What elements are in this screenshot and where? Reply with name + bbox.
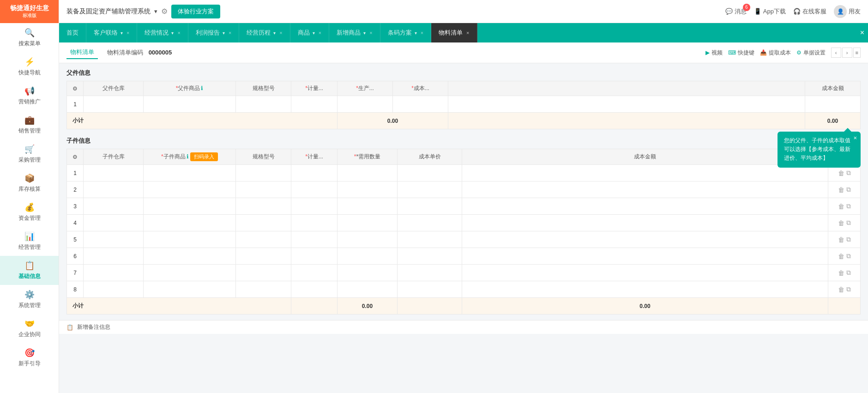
copy-icon[interactable]: ⧉: [846, 269, 851, 277]
child-unit-cell[interactable]: [291, 231, 338, 248]
child-spec-cell[interactable]: [236, 281, 291, 298]
child-qty-cell[interactable]: [338, 165, 398, 181]
child-spec-cell[interactable]: [236, 215, 291, 231]
sub-tab-bom-code[interactable]: 物料清单编码 0000005: [103, 47, 175, 59]
child-qty-cell[interactable]: [338, 248, 398, 265]
delete-icon[interactable]: 🗑: [838, 169, 844, 177]
child-spec-cell[interactable]: [236, 265, 291, 281]
child-qty-cell[interactable]: [338, 231, 398, 248]
sidebar-item-basic-info[interactable]: 📋 基础信息: [0, 256, 59, 285]
child-unit-price-cell[interactable]: [398, 281, 462, 298]
doc-settings-btn[interactable]: ⚙ 单据设置: [796, 49, 826, 57]
parent-production-cell[interactable]: [338, 96, 393, 113]
child-warehouse-cell[interactable]: [84, 215, 144, 231]
close-tab-icon[interactable]: ×: [319, 30, 321, 36]
video-btn[interactable]: ▶ 视频: [705, 49, 723, 57]
child-cost-amount-cell[interactable]: [462, 265, 828, 281]
copy-icon[interactable]: ⧉: [846, 219, 851, 227]
child-unit-cell[interactable]: [291, 215, 338, 231]
child-warehouse-cell[interactable]: [84, 181, 144, 198]
child-cost-amount-cell[interactable]: [462, 181, 828, 198]
child-warehouse-cell[interactable]: [84, 165, 144, 181]
child-spec-cell[interactable]: [236, 248, 291, 265]
close-tab-icon[interactable]: ×: [229, 30, 231, 36]
child-qty-cell[interactable]: [338, 198, 398, 215]
child-goods-cell[interactable]: [144, 265, 236, 281]
parent-warehouse-cell[interactable]: [84, 96, 144, 113]
parent-spec-cell[interactable]: [236, 96, 291, 113]
delete-icon[interactable]: 🗑: [838, 219, 844, 227]
child-unit-cell[interactable]: [291, 281, 338, 298]
child-goods-cell[interactable]: [144, 281, 236, 298]
child-spec-cell[interactable]: [236, 165, 291, 181]
child-col-settings[interactable]: ⚙: [67, 149, 84, 165]
child-unit-cell[interactable]: [291, 165, 338, 181]
child-spec-cell[interactable]: [236, 198, 291, 215]
child-goods-cell[interactable]: [144, 198, 236, 215]
tab-history[interactable]: 经营历程 ▾ ×: [239, 23, 290, 42]
dropdown-arrow-icon[interactable]: ▾: [154, 8, 157, 15]
copy-icon[interactable]: ⧉: [846, 236, 851, 243]
copy-icon[interactable]: ⧉: [846, 202, 851, 210]
child-unit-price-cell[interactable]: [398, 215, 462, 231]
nav-prev-btn[interactable]: ‹: [831, 48, 841, 58]
sidebar-item-inventory[interactable]: 📦 库存核算: [0, 169, 59, 198]
shortcut-btn[interactable]: ⌨ 快捷键: [728, 49, 754, 57]
nav-list-btn[interactable]: ≡: [853, 48, 861, 58]
child-goods-cell[interactable]: [144, 248, 236, 265]
sidebar-item-business[interactable]: 📊 经营管理: [0, 227, 59, 256]
sidebar-item-capital[interactable]: 💰 资金管理: [0, 198, 59, 227]
close-tab-icon[interactable]: ×: [421, 30, 423, 36]
child-unit-cell[interactable]: [291, 248, 338, 265]
user-avatar[interactable]: 👤 用友: [834, 5, 861, 18]
tooltip-close-btn[interactable]: ×: [853, 133, 857, 143]
child-unit-price-cell[interactable]: [398, 181, 462, 198]
delete-icon[interactable]: 🗑: [838, 253, 844, 260]
child-unit-price-cell[interactable]: [398, 248, 462, 265]
child-cost-amount-cell[interactable]: [462, 165, 828, 181]
child-unit-price-cell[interactable]: [398, 265, 462, 281]
child-qty-cell[interactable]: [338, 181, 398, 198]
sidebar-item-search[interactable]: 🔍 搜索菜单: [0, 23, 59, 52]
tab-barcode[interactable]: 条码方案 ▾ ×: [380, 23, 431, 42]
delete-icon[interactable]: 🗑: [838, 286, 844, 293]
sidebar-item-marketing[interactable]: 📢 营销推广: [0, 81, 59, 110]
settings-icon[interactable]: ⚙: [161, 7, 168, 16]
extract-cost-btn[interactable]: 📥 提取成本: [760, 49, 791, 57]
delete-icon[interactable]: 🗑: [838, 203, 844, 210]
delete-icon[interactable]: 🗑: [838, 269, 844, 277]
child-cost-amount-cell[interactable]: [462, 281, 828, 298]
child-qty-cell[interactable]: [338, 265, 398, 281]
child-unit-cell[interactable]: [291, 198, 338, 215]
child-cost-amount-cell[interactable]: [462, 231, 828, 248]
child-warehouse-cell[interactable]: [84, 248, 144, 265]
tab-home[interactable]: 首页: [59, 23, 86, 42]
app-download-btn[interactable]: 📱 App下载: [754, 7, 786, 16]
child-warehouse-cell[interactable]: [84, 265, 144, 281]
child-unit-cell[interactable]: [291, 265, 338, 281]
sidebar-item-purchase[interactable]: 🛒 采购管理: [0, 139, 59, 169]
parent-unit-cell[interactable]: [291, 96, 338, 113]
experience-btn[interactable]: 体验行业方案: [171, 5, 220, 18]
sub-tab-bom-list[interactable]: 物料清单: [66, 46, 98, 59]
tab-operation[interactable]: 经营情况 ▾ ×: [137, 23, 188, 42]
scan-input-btn[interactable]: 扫码录入: [190, 152, 218, 161]
child-cost-amount-cell[interactable]: [462, 198, 828, 215]
child-qty-cell[interactable]: [338, 281, 398, 298]
child-cost-amount-cell[interactable]: [462, 248, 828, 265]
parent-cost-amount-cell[interactable]: [805, 96, 861, 113]
child-goods-cell[interactable]: [144, 215, 236, 231]
sidebar-item-system[interactable]: ⚙️ 系统管理: [0, 285, 59, 314]
child-unit-price-cell[interactable]: [398, 231, 462, 248]
copy-icon[interactable]: ⧉: [846, 186, 851, 193]
nav-next-btn[interactable]: ›: [842, 48, 852, 58]
close-tab-icon[interactable]: ×: [279, 30, 282, 36]
parent-cost-cell[interactable]: [393, 96, 448, 113]
delete-icon[interactable]: 🗑: [838, 236, 844, 243]
sidebar-item-enterprise[interactable]: 🤝 企业协同: [0, 314, 59, 343]
child-cost-amount-cell[interactable]: [462, 215, 828, 231]
copy-icon[interactable]: ⧉: [846, 169, 851, 177]
child-goods-cell[interactable]: [144, 165, 236, 181]
child-spec-cell[interactable]: [236, 181, 291, 198]
child-unit-price-cell[interactable]: [398, 165, 462, 181]
